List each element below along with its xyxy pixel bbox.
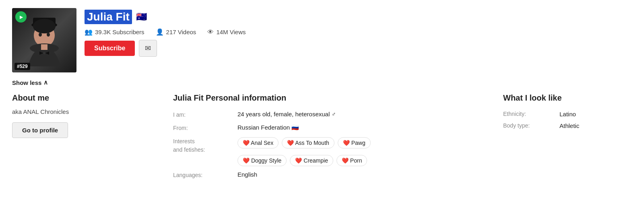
views-icon: 👁 bbox=[207, 29, 214, 36]
interest-tag: ❤️ Doggy Style bbox=[237, 155, 287, 166]
look-section: What I look like Ethnicity: Latino Body … bbox=[503, 93, 632, 182]
interests-value: ❤️ Anal Sex❤️ Ass To Mouth❤️ Pawg❤️ Dogg… bbox=[237, 135, 495, 169]
ethnicity-label: Ethnicity: bbox=[503, 108, 559, 120]
videos-value: 217 Videos bbox=[166, 29, 196, 35]
ethnicity-value: Latino bbox=[559, 108, 632, 120]
profile-name-row: Julia Fit 🇦🇺 bbox=[85, 10, 632, 24]
look-table: Ethnicity: Latino Body type: Athletic bbox=[503, 108, 632, 132]
svg-rect-6 bbox=[41, 44, 47, 50]
personal-section: Julia Fit Personal information I am: 24 … bbox=[173, 93, 495, 182]
actions-row: Subscribe ✉ bbox=[85, 40, 632, 57]
personal-title: Julia Fit Personal information bbox=[173, 93, 495, 103]
about-title: About me bbox=[12, 93, 165, 103]
ethnicity-row: Ethnicity: Latino bbox=[503, 108, 632, 120]
interest-tag: ❤️ Anal Sex bbox=[237, 137, 279, 148]
body-type-row: Body type: Athletic bbox=[503, 120, 632, 132]
avatar-wrapper: #529 bbox=[12, 8, 76, 72]
videos-icon: 👤 bbox=[156, 28, 164, 36]
stats-row: 👥 39.3K Subscribers 👤 217 Videos 👁 14M V… bbox=[85, 28, 632, 36]
subscribers-icon: 👥 bbox=[85, 28, 93, 36]
content-grid: About me aka ANAL Chronicles Go to profi… bbox=[12, 93, 632, 182]
svg-point-8 bbox=[47, 33, 50, 37]
from-value: Russian Federation 🇷🇺 bbox=[237, 122, 495, 135]
about-section: About me aka ANAL Chronicles Go to profi… bbox=[12, 93, 165, 182]
svg-point-7 bbox=[39, 33, 42, 37]
i-am-value: 24 years old, female, heterosexual ♂️ bbox=[237, 108, 495, 122]
body-type-value: Athletic bbox=[559, 120, 632, 132]
message-button[interactable]: ✉ bbox=[139, 40, 157, 57]
languages-value: English bbox=[237, 169, 495, 182]
interests-row: Interests and fetishes: ❤️ Anal Sex❤️ As… bbox=[173, 135, 495, 169]
profile-name: Julia Fit bbox=[85, 10, 132, 24]
i-am-label: I am: bbox=[173, 108, 237, 122]
svg-point-11 bbox=[43, 52, 45, 54]
interests-label: Interests and fetishes: bbox=[173, 135, 237, 169]
subscribers-value: 39.3K Subscribers bbox=[95, 29, 144, 35]
info-table: I am: 24 years old, female, heterosexual… bbox=[173, 108, 495, 182]
aka-text: aka ANAL Chronicles bbox=[12, 108, 165, 115]
interest-tag: ❤️ Pawg bbox=[338, 137, 371, 148]
profile-header: #529 Julia Fit 🇦🇺 👥 39.3K Subscribers 👤 … bbox=[12, 8, 632, 72]
body-type-label: Body type: bbox=[503, 120, 559, 132]
profile-info: Julia Fit 🇦🇺 👥 39.3K Subscribers 👤 217 V… bbox=[85, 8, 632, 57]
svg-point-4 bbox=[33, 19, 56, 33]
views-value: 14M Views bbox=[216, 29, 246, 35]
i-am-row: I am: 24 years old, female, heterosexual… bbox=[173, 108, 495, 122]
rank-badge: #529 bbox=[14, 63, 30, 70]
from-label: From: bbox=[173, 122, 237, 135]
show-less-button[interactable]: Show less ∧ bbox=[12, 79, 632, 86]
interest-tag: ❤️ Ass To Mouth bbox=[282, 137, 334, 148]
message-icon: ✉ bbox=[145, 44, 151, 53]
languages-row: Languages: English bbox=[173, 169, 495, 182]
languages-label: Languages: bbox=[173, 169, 237, 182]
interest-tag: ❤️ Creampie bbox=[290, 155, 333, 166]
from-row: From: Russian Federation 🇷🇺 bbox=[173, 122, 495, 135]
profile-flag: 🇦🇺 bbox=[136, 12, 147, 22]
chevron-up-icon: ∧ bbox=[43, 79, 48, 86]
tags-container: ❤️ Anal Sex❤️ Ass To Mouth❤️ Pawg❤️ Dogg… bbox=[237, 137, 495, 166]
go-to-profile-button[interactable]: Go to profile bbox=[12, 122, 68, 138]
subscribers-stat: 👥 39.3K Subscribers bbox=[85, 28, 144, 36]
videos-stat: 👤 217 Videos bbox=[156, 28, 196, 36]
subscribe-button[interactable]: Subscribe bbox=[85, 41, 135, 56]
play-icon[interactable] bbox=[15, 11, 27, 23]
show-less-label: Show less bbox=[12, 79, 41, 86]
look-title: What I look like bbox=[503, 93, 632, 103]
views-stat: 👁 14M Views bbox=[207, 29, 246, 36]
from-text: Russian Federation 🇷🇺 bbox=[237, 124, 299, 131]
interest-tag: ❤️ Porn bbox=[336, 155, 367, 166]
